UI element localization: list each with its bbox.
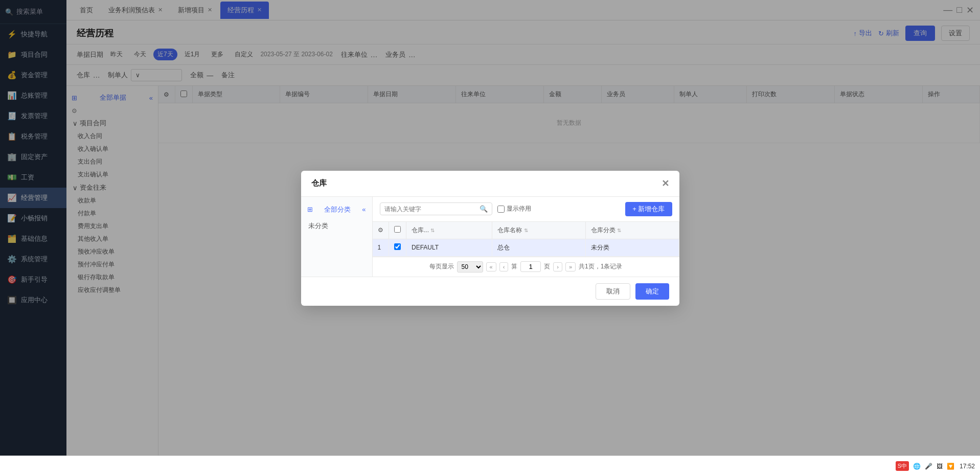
taskbar-icon-globe[interactable]: 🌐 bbox=[913, 463, 921, 470]
dialog-page-label: 算 bbox=[511, 262, 517, 271]
dialog-body: ⊞ 全部分类 « 未分类 🔍 显示停用 bbox=[301, 197, 679, 277]
confirm-button[interactable]: 确定 bbox=[635, 283, 669, 300]
dialog-sidebar-all-icon: ⊞ bbox=[307, 206, 313, 213]
dialog-col-category-label: 仓库分类 bbox=[591, 226, 616, 234]
row-category: 未分类 bbox=[585, 239, 679, 256]
dialog-pagination: 每页显示 50 100 « ‹ 算 页 › » 共1页，1条记录 bbox=[373, 257, 679, 277]
taskbar-right: S中 🌐 🎤 🖼 🔽 17:52 bbox=[896, 461, 975, 471]
taskbar-icons: S中 🌐 🎤 🖼 🔽 bbox=[896, 461, 954, 471]
dialog-search-box[interactable]: 🔍 bbox=[380, 202, 492, 215]
add-warehouse-button[interactable]: + 新增仓库 bbox=[625, 202, 672, 216]
dialog-table-row[interactable]: 1 DEFAULT 总仓 未分类 bbox=[373, 239, 679, 256]
warehouse-dialog: 仓库 ✕ ⊞ 全部分类 « 未分类 bbox=[301, 171, 679, 306]
sort-name-icon[interactable]: ⇅ bbox=[524, 228, 528, 233]
dialog-col-settings[interactable]: ⚙ bbox=[373, 222, 389, 239]
cancel-button[interactable]: 取消 bbox=[596, 283, 630, 300]
dialog-header: 仓库 ✕ bbox=[301, 171, 679, 197]
dialog-first-page-btn[interactable]: « bbox=[486, 262, 496, 271]
show-disabled-group: 显示停用 bbox=[497, 205, 531, 213]
dialog-main: 🔍 显示停用 + 新增仓库 ⚙ bbox=[373, 197, 679, 277]
dialog-sidebar-all-label: 全部分类 bbox=[324, 205, 351, 214]
dialog-sidebar-item-uncategorized[interactable]: 未分类 bbox=[301, 217, 372, 235]
sort-category-icon[interactable]: ⇅ bbox=[617, 228, 621, 233]
dialog-close-button[interactable]: ✕ bbox=[662, 178, 669, 189]
dialog-prev-page-btn[interactable]: ‹ bbox=[499, 262, 509, 271]
dialog-page-suffix: 页 bbox=[544, 262, 550, 271]
dialog-page-input[interactable] bbox=[520, 261, 541, 272]
dialog-per-page-select[interactable]: 50 100 bbox=[457, 261, 483, 273]
dialog-sidebar-uncategorized-label: 未分类 bbox=[308, 222, 328, 230]
dialog-col-name: 仓库名称 ⇅ bbox=[492, 222, 586, 239]
dialog-last-page-btn[interactable]: » bbox=[565, 262, 576, 271]
dialog-sidebar: ⊞ 全部分类 « 未分类 bbox=[301, 197, 373, 277]
dialog-col-code-label: 仓库... bbox=[412, 226, 429, 234]
row-code: DEFAULT bbox=[406, 239, 492, 256]
taskbar: S中 🌐 🎤 🖼 🔽 17:52 bbox=[0, 456, 980, 476]
dialog-col-checkbox[interactable] bbox=[389, 222, 406, 239]
row-select-checkbox[interactable] bbox=[394, 243, 401, 250]
row-index: 1 bbox=[373, 239, 389, 256]
dialog-table: ⚙ 仓库... ⇅ 仓库名称 ⇅ bbox=[373, 222, 679, 257]
dialog-per-page-label: 每页显示 bbox=[429, 262, 454, 271]
row-checkbox[interactable] bbox=[389, 239, 406, 256]
show-disabled-checkbox[interactable] bbox=[497, 206, 505, 213]
dialog-title: 仓库 bbox=[311, 178, 327, 188]
overlay[interactable]: 仓库 ✕ ⊞ 全部分类 « 未分类 bbox=[0, 0, 980, 476]
row-name: 总仓 bbox=[492, 239, 586, 256]
sort-code-icon[interactable]: ⇅ bbox=[430, 228, 435, 233]
dialog-toolbar: 🔍 显示停用 + 新增仓库 bbox=[373, 197, 679, 222]
dialog-search-icon: 🔍 bbox=[480, 205, 488, 213]
show-disabled-label: 显示停用 bbox=[507, 205, 531, 213]
taskbar-icon-s[interactable]: S中 bbox=[896, 461, 909, 471]
warehouse-table: ⚙ 仓库... ⇅ 仓库名称 ⇅ bbox=[373, 222, 679, 257]
dialog-col-category: 仓库分类 ⇅ bbox=[585, 222, 679, 239]
taskbar-icon-image[interactable]: 🖼 bbox=[937, 463, 943, 470]
dialog-next-page-btn[interactable]: › bbox=[553, 262, 562, 271]
taskbar-time: 17:52 bbox=[960, 463, 975, 470]
dialog-col-name-label: 仓库名称 bbox=[497, 226, 522, 234]
dialog-select-all[interactable] bbox=[394, 226, 401, 233]
dialog-sidebar-collapse-icon[interactable]: « bbox=[362, 206, 366, 213]
dialog-col-code: 仓库... ⇅ bbox=[406, 222, 492, 239]
taskbar-icon-mic[interactable]: 🎤 bbox=[925, 463, 932, 470]
taskbar-icon-down[interactable]: 🔽 bbox=[947, 463, 954, 470]
dialog-sidebar-header[interactable]: ⊞ 全部分类 « bbox=[301, 202, 372, 217]
dialog-total-label: 共1页，1条记录 bbox=[579, 262, 622, 271]
dialog-search-input[interactable] bbox=[384, 206, 476, 213]
dialog-footer: 取消 确定 bbox=[301, 277, 679, 306]
